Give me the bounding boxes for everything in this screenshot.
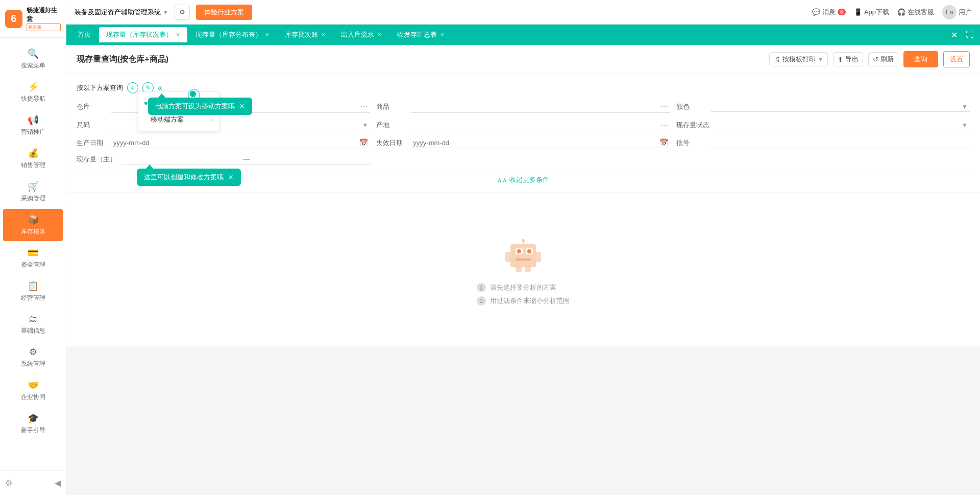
- user-label: 用户: [959, 8, 972, 17]
- sidebar-item-label: 经营管理: [21, 294, 45, 302]
- sidebar-item-purchase[interactable]: 🛒 采购管理: [3, 176, 63, 208]
- scheme-item-label: 移动端方案: [151, 115, 184, 124]
- dropdown-arrow-icon: ▼: [818, 56, 823, 62]
- query-button[interactable]: 查询: [903, 51, 938, 67]
- tab-inventory-dist[interactable]: 现存量（库存分布表） ✕: [188, 27, 277, 42]
- batch-no-label: 批号: [676, 138, 707, 148]
- color-dropdown-icon[interactable]: ▼: [962, 103, 968, 110]
- step-1-text: 请先选择要分析的方案: [490, 283, 556, 292]
- color-input[interactable]: [713, 103, 960, 110]
- user-action[interactable]: Ea 用户: [942, 5, 972, 19]
- page-title-bar: 现存量查询(按仓库+商品) 🖨 按模板打印 ▼ ⬆ 导出 ↺ 刷新: [66, 45, 980, 74]
- sidebar-nav: 🔍 搜索菜单 ⚡ 快捷导航 📢 营销推广 💰 销售管理 🛒 采购管理 📦 库存核…: [0, 38, 66, 470]
- export-button[interactable]: ⬆ 导出: [833, 52, 863, 66]
- tab-in-out-flow[interactable]: 出入库流水 ✕: [334, 27, 389, 42]
- scheme-tooltip: 电脑方案可设为移动方案哦 ✕: [148, 98, 252, 115]
- messages-action[interactable]: 💬 消息 6: [812, 8, 846, 17]
- sidebar-item-label: 库存核算: [21, 227, 45, 236]
- filter-group-stock-status: 现存量状态 ▼: [676, 120, 970, 130]
- sidebar-item-finance[interactable]: 💳 资金管理: [3, 242, 63, 274]
- tab-in-out-flow-label: 出入库流水: [341, 30, 374, 39]
- avatar: Ea: [942, 5, 957, 19]
- sidebar-item-guide[interactable]: 🎓 新手引导: [3, 408, 63, 440]
- expiry-date-calendar-icon[interactable]: 📅: [659, 138, 668, 147]
- prod-date-calendar-icon[interactable]: 📅: [359, 138, 368, 147]
- goods-input[interactable]: [413, 103, 657, 110]
- svg-rect-8: [505, 252, 510, 262]
- filter-group-origin: 产地 ⋯: [376, 119, 670, 131]
- online-support-action[interactable]: 🎧 在线客服: [897, 8, 934, 17]
- app-download-action[interactable]: 📱 App下载: [854, 8, 889, 17]
- sidebar-item-marketing[interactable]: 📢 营销推广: [3, 109, 63, 142]
- tab-fullscreen-icon[interactable]: ⛶: [964, 28, 976, 41]
- scheme-tooltip-close[interactable]: ✕: [239, 102, 245, 110]
- tab-close-icon[interactable]: ✕: [377, 32, 382, 38]
- tab-close-all-icon[interactable]: ✕: [949, 28, 960, 42]
- warehouse-label: 仓库: [77, 102, 107, 111]
- refresh-button[interactable]: ↺ 刷新: [868, 52, 898, 66]
- origin-input[interactable]: [413, 121, 657, 129]
- trial-button[interactable]: 体验行业方案: [196, 5, 252, 20]
- warehouse-dots-icon[interactable]: ⋯: [360, 102, 368, 111]
- refresh-icon: ↺: [873, 56, 878, 63]
- sidebar-item-label: 销售管理: [21, 161, 45, 170]
- tab-receive-summary[interactable]: 收发存汇总表 ✕: [390, 27, 452, 42]
- collapse-sidebar-icon[interactable]: ◀: [53, 476, 63, 490]
- template-print-button[interactable]: 🖨 按模板打印 ▼: [769, 52, 828, 66]
- settings-button[interactable]: ⚙: [175, 5, 190, 20]
- tab-batch-account-label: 库存批次账: [285, 30, 318, 39]
- sidebar-item-search[interactable]: 🔍 搜索菜单: [3, 43, 63, 75]
- sidebar-item-label: 系统管理: [21, 360, 45, 368]
- sidebar-item-inventory[interactable]: 📦 库存核算: [3, 209, 63, 241]
- sidebar-item-label: 基础信息: [21, 326, 45, 335]
- tab-inventory-dist-label: 现存量（库存分布表）: [195, 30, 262, 39]
- sidebar-item-basic-info[interactable]: 🗂 基础信息: [3, 309, 63, 340]
- top-header: 装备及固定资产辅助管理系统 ▼ ⚙ 体验行业方案 💬 消息 6 📱 App下载 …: [66, 0, 980, 25]
- prod-date-start-input[interactable]: [113, 139, 357, 147]
- add-scheme-button[interactable]: +: [127, 82, 138, 93]
- logo-badge: 标准版: [27, 23, 61, 31]
- stock-status-input[interactable]: [716, 121, 960, 129]
- tab-close-icon[interactable]: ✕: [321, 32, 326, 38]
- filter-row-3: 生产日期 📅 失效日期 📅: [77, 137, 970, 148]
- filter-group-color: 颜色 ▼: [676, 102, 970, 112]
- tab-close-icon[interactable]: ✕: [440, 32, 445, 38]
- size-label: 尺码: [77, 121, 107, 130]
- goods-dots-icon[interactable]: ⋯: [660, 102, 668, 111]
- edit-scheme-tooltip-text: 这里可以创建和修改方案哦: [144, 173, 224, 182]
- color-input-wrapper: ▼: [711, 102, 970, 112]
- tab-close-icon[interactable]: ✕: [176, 32, 180, 38]
- origin-dots-icon[interactable]: ⋯: [660, 120, 668, 130]
- stock-main-end-input[interactable]: [252, 155, 369, 163]
- expiry-date-label: 失效日期: [376, 138, 407, 148]
- stock-main-start-input[interactable]: [124, 155, 241, 163]
- filter-row-4: 现存量（主） —: [77, 154, 970, 164]
- size-dropdown-icon[interactable]: ▼: [362, 122, 368, 129]
- svg-point-3: [517, 249, 521, 253]
- edit-tooltip-close[interactable]: ✕: [228, 173, 234, 181]
- setup-button[interactable]: 设置: [943, 51, 970, 67]
- settings-icon[interactable]: ⚙: [3, 476, 14, 490]
- system-name-dropdown[interactable]: 装备及固定资产辅助管理系统 ▼: [75, 8, 168, 17]
- tab-inventory-status-label: 现存量（库存状况表）: [106, 30, 173, 39]
- batch-no-input[interactable]: [713, 139, 968, 147]
- sidebar-item-sales[interactable]: 💰 销售管理: [3, 143, 63, 175]
- tab-close-icon[interactable]: ✕: [265, 32, 270, 38]
- logo-name: 畅捷通好生意: [27, 6, 61, 23]
- stock-status-dropdown-icon[interactable]: ▼: [962, 122, 968, 129]
- collapse-button[interactable]: ∧∧ 收起更多条件: [497, 175, 549, 184]
- edit-scheme-tooltip: 这里可以创建和修改方案哦 ✕: [137, 169, 241, 186]
- sidebar-item-operations[interactable]: 📋 经营管理: [3, 275, 63, 308]
- empty-steps: 1 请先选择要分析的方案 2 用过滤条件来缩小分析范围: [477, 283, 570, 305]
- tab-end-actions: ✕ ⛶: [949, 28, 976, 42]
- svg-rect-10: [516, 266, 522, 272]
- sidebar-item-quick-nav[interactable]: ⚡ 快捷导航: [3, 76, 63, 108]
- system-name: 装备及固定资产辅助管理系统: [75, 8, 161, 17]
- filter-group-goods: 商品 ⋯: [376, 101, 670, 113]
- tab-batch-account[interactable]: 库存批次账 ✕: [278, 27, 333, 42]
- sidebar-item-enterprise[interactable]: 🤝 企业协同: [3, 374, 63, 407]
- sidebar-item-system[interactable]: ⚙ 系统管理: [3, 341, 63, 373]
- expiry-date-start-input[interactable]: [413, 139, 657, 147]
- tab-inventory-status[interactable]: 现存量（库存状况表） ✕: [99, 27, 187, 42]
- tab-home[interactable]: 首页: [70, 27, 98, 42]
